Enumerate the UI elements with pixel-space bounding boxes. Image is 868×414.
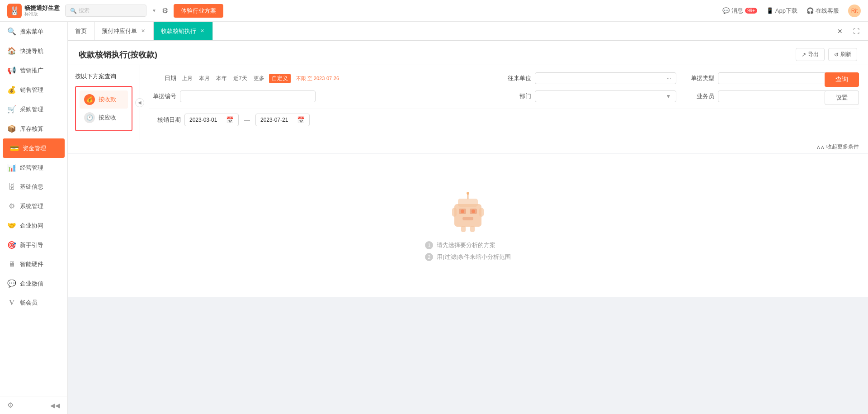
dept-select[interactable]: ▼ (535, 90, 676, 102)
sidebar-item-guide[interactable]: 🎯 新手引导 (0, 235, 67, 255)
query-button[interactable]: 查询 (825, 72, 859, 87)
sidebar-item-marketing[interactable]: 📢 营销推广 (0, 61, 67, 80)
app-download-action[interactable]: 📱 App下载 (766, 7, 797, 15)
svg-rect-3 (462, 217, 473, 220)
settings-button[interactable]: 设置 (825, 90, 859, 105)
sidebar: 🔍 搜索菜单 🏠 快捷导航 📢 营销推广 💰 销售管理 🛒 采购管理 📦 库存核… (0, 22, 68, 414)
collapse-more-button[interactable]: ∧∧ 收起更多条件 (816, 143, 859, 151)
sidebar-item-sales[interactable]: 💰 销售管理 (0, 80, 67, 100)
tab-close-window-icon[interactable]: ✕ (834, 25, 846, 38)
svg-rect-5 (479, 208, 484, 217)
ops-icon: 📊 (7, 163, 16, 172)
tab-receivable-cancel[interactable]: 收款核销执行 ✕ (154, 22, 213, 40)
search-bar[interactable]: 🔍 搜索 (65, 5, 146, 17)
receivable-option-icon: 🕐 (84, 112, 95, 123)
hint-num-1: 1 (425, 241, 433, 249)
sidebar-item-member[interactable]: V 畅会员 (0, 293, 67, 312)
tab-home[interactable]: 首页 (68, 22, 94, 40)
tab-receivable-cancel-close-icon[interactable]: ✕ (199, 28, 205, 34)
sidebar-label-member: 畅会员 (20, 299, 38, 307)
sidebar-label-inventory: 库存核算 (20, 125, 43, 133)
sidebar-label-finance: 资金管理 (23, 144, 46, 152)
partner-select[interactable]: ··· (535, 72, 676, 84)
filter-row-1: 日期 上月 本月 本年 近7天 更多 自定义 不限 至 2023-07-26 (149, 72, 859, 84)
search-chevron-icon[interactable]: ▼ (152, 8, 156, 13)
svg-rect-4 (452, 208, 457, 217)
sidebar-item-finance[interactable]: 💳 资金管理 (3, 138, 65, 158)
wechat-icon: 💬 (7, 279, 16, 288)
search-menu-icon: 🔍 (7, 27, 16, 36)
shortcut-7days[interactable]: 近7天 (231, 74, 249, 83)
export-button[interactable]: ↗ 导出 (796, 48, 825, 61)
sidebar-item-enterprise[interactable]: 🤝 企业协同 (0, 216, 67, 235)
shortcut-more[interactable]: 更多 (252, 74, 266, 83)
filter-options-box: 💰 按收款 🕐 按应收 (75, 86, 132, 131)
top-bar-right: 💬 消息 99+ 📱 App下载 🎧 在线客服 Rit (722, 5, 861, 17)
svg-rect-0 (454, 204, 481, 227)
sidebar-item-system[interactable]: ⚙ 系统管理 (0, 196, 67, 216)
verif-date-start-value: 2023-03-01 (189, 117, 217, 123)
doc-num-input[interactable] (180, 90, 316, 102)
tab-prepay[interactable]: 预付冲应付单 ✕ (94, 22, 154, 40)
partner-label: 往来单位 (504, 74, 531, 82)
sidebar-item-search-menu[interactable]: 🔍 搜索菜单 (0, 22, 67, 41)
settings-gear-icon[interactable]: ⚙ (162, 6, 168, 15)
refresh-button[interactable]: ↺ 刷新 (828, 48, 857, 61)
doc-num-label: 单据编号 (149, 92, 176, 100)
shortcut-last-month[interactable]: 上月 (180, 74, 194, 83)
partner-ellipsis: ··· (666, 75, 671, 81)
filter-sidebar: 按以下方案查询 💰 按收款 🕐 按应收 ◀ (68, 65, 140, 140)
svg-rect-6 (461, 226, 466, 232)
enterprise-icon: 🤝 (7, 221, 16, 230)
shortcut-this-month[interactable]: 本月 (197, 74, 212, 83)
filter-area: 按以下方案查询 💰 按收款 🕐 按应收 ◀ (68, 65, 868, 140)
trial-button[interactable]: 体验行业方案 (174, 4, 223, 18)
page-header-actions: ↗ 导出 ↺ 刷新 (796, 48, 857, 61)
sidebar-item-inventory[interactable]: 📦 库存核算 (0, 119, 67, 138)
sidebar-item-base-info[interactable]: 🗄 基础信息 (0, 177, 67, 196)
filter-main: 日期 上月 本月 本年 近7天 更多 自定义 不限 至 2023-07-26 (140, 65, 868, 140)
user-avatar[interactable]: Rit (848, 5, 861, 17)
receipt-option-icon: 💰 (84, 94, 95, 105)
member-icon: V (7, 299, 16, 307)
dept-chevron-icon: ▼ (666, 93, 671, 100)
empty-illustration (445, 190, 491, 236)
date-extra-text: 不限 至 2023-07-26 (296, 75, 339, 82)
doc-type-label: 单据类型 (687, 74, 714, 82)
collapse-more-area: ∧∧ 收起更多条件 (68, 140, 868, 153)
messages-action[interactable]: 💬 消息 99+ (722, 7, 757, 15)
empty-hint-1: 1 请先选择要分析的方案 (425, 241, 510, 249)
page-header: 收款核销执行(按收款) ↗ 导出 ↺ 刷新 (68, 41, 868, 65)
sidebar-item-hardware[interactable]: 🖥 智能硬件 (0, 255, 67, 274)
tab-prepay-close-icon[interactable]: ✕ (140, 28, 146, 34)
filter-option-by-receipt[interactable]: 💰 按收款 (80, 90, 128, 109)
sidebar-item-purchase[interactable]: 🛒 采购管理 (0, 100, 67, 119)
sidebar-item-wechat[interactable]: 💬 企业微信 (0, 274, 67, 293)
online-support-action[interactable]: 🎧 在线客服 (807, 7, 839, 15)
sidebar-bottom-gear-icon[interactable]: ⚙ (7, 401, 14, 409)
shortcut-this-year[interactable]: 本年 (214, 74, 229, 83)
tab-maximize-icon[interactable]: ⛶ (850, 25, 863, 38)
svg-rect-10 (458, 199, 478, 207)
shortcut-custom[interactable]: 自定义 (269, 74, 291, 83)
empty-hints: 1 请先选择要分析的方案 2 用[过滤]条件来缩小分析范围 (425, 241, 510, 261)
logo-main: 畅捷通好生意 (24, 5, 60, 12)
sidebar-item-quick-nav[interactable]: 🏠 快捷导航 (0, 41, 67, 61)
sidebar-collapse-icon[interactable]: ◀◀ (50, 402, 60, 409)
verif-date-end-value: 2023-07-21 (260, 117, 288, 123)
tab-prepay-label: 预付冲应付单 (102, 27, 137, 35)
query-buttons: 查询 设置 (825, 72, 859, 105)
sidebar-label-ops: 经营管理 (20, 164, 43, 172)
sidebar-label-sales: 销售管理 (20, 86, 43, 94)
message-badge: 99+ (745, 8, 757, 14)
verif-date-start-calendar-icon: 📅 (226, 116, 234, 124)
verif-date-start-input[interactable]: 2023-03-01 📅 (184, 114, 239, 126)
top-bar: 🐰 畅捷通好生意 标准版 🔍 搜索 ▼ ⚙ 体验行业方案 💬 消息 99+ 📱 … (0, 0, 868, 22)
verif-date-end-input[interactable]: 2023-07-21 📅 (255, 114, 310, 126)
marketing-icon: 📢 (7, 66, 16, 75)
sidebar-item-ops[interactable]: 📊 经营管理 (0, 158, 67, 177)
filter-option-by-receivable[interactable]: 🕐 按应收 (80, 109, 128, 127)
sidebar-label-wechat: 企业微信 (20, 280, 43, 288)
filter-option-receivable-label: 按应收 (99, 114, 116, 122)
tab-receivable-cancel-label: 收款核销执行 (161, 27, 196, 35)
